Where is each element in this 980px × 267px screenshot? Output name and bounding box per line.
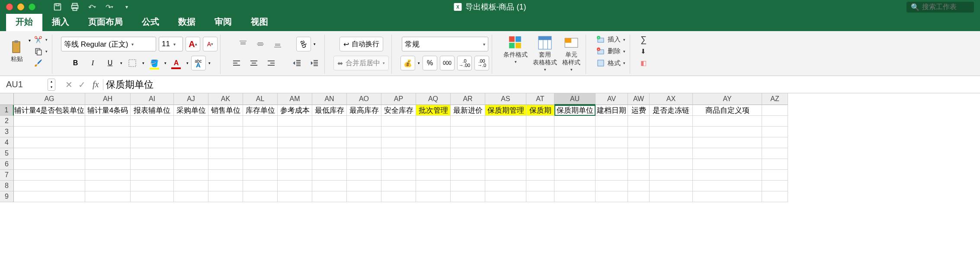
cell-AV9[interactable] — [596, 191, 628, 202]
cell-AI3[interactable] — [131, 127, 174, 137]
search-box[interactable]: 🔍 — [906, 2, 974, 13]
align-right-button[interactable] — [264, 56, 279, 70]
maximize-window-button[interactable] — [29, 3, 35, 10]
name-box[interactable]: AU1 — [0, 79, 48, 89]
font-size-dropdown[interactable]: 11▾ — [159, 37, 183, 51]
column-header-AP[interactable]: AP — [381, 93, 416, 105]
cell-AP3[interactable] — [381, 127, 416, 137]
cell-AV8[interactable] — [596, 181, 628, 191]
cell-AZ4[interactable] — [762, 137, 788, 148]
cell-AS3[interactable] — [485, 127, 526, 137]
cell-AS6[interactable] — [485, 159, 526, 170]
print-icon[interactable] — [70, 2, 80, 12]
cell-AJ9[interactable] — [174, 191, 208, 202]
fill-button[interactable]: ⬇ — [639, 46, 648, 56]
format-table-button[interactable]: 套用 表格格式▾ — [530, 35, 560, 73]
font-color-button[interactable]: A — [169, 56, 184, 70]
decrease-indent-button[interactable] — [290, 56, 304, 70]
cell-AS1[interactable]: 保质期管理 — [485, 105, 526, 116]
paste-dropdown-caret[interactable]: ▾ — [29, 38, 31, 43]
cell-AG7[interactable] — [14, 170, 85, 181]
cell-AV3[interactable] — [596, 127, 628, 137]
tab-视图[interactable]: 视图 — [241, 13, 278, 31]
tab-审阅[interactable]: 审阅 — [205, 13, 241, 31]
row-header-5[interactable]: 5 — [0, 148, 14, 159]
tab-页面布局[interactable]: 页面布局 — [79, 13, 132, 31]
autosum-button[interactable]: ∑ — [639, 35, 648, 44]
phonetic-button[interactable]: abcA — [191, 56, 206, 70]
cell-AX6[interactable] — [650, 159, 693, 170]
align-top-button[interactable] — [236, 37, 250, 51]
column-header-AT[interactable]: AT — [526, 93, 554, 105]
format-cells-button[interactable]: 格式▾ — [595, 58, 627, 68]
cell-AG3[interactable] — [14, 127, 85, 137]
row-header-2[interactable]: 2 — [0, 116, 14, 127]
cell-AI8[interactable] — [131, 181, 174, 191]
number-format-dropdown[interactable]: 常规▾ — [402, 37, 488, 51]
cell-AW6[interactable] — [628, 159, 650, 170]
column-header-AG[interactable]: AG — [14, 93, 85, 105]
cell-AR5[interactable] — [451, 148, 485, 159]
cell-AN6[interactable] — [312, 159, 347, 170]
cell-AX7[interactable] — [650, 170, 693, 181]
cell-AS4[interactable] — [485, 137, 526, 148]
format-painter-button[interactable]: 🖌️ — [32, 58, 49, 68]
cancel-icon[interactable]: ✕ — [62, 79, 75, 90]
cell-AM1[interactable]: 参考成本 — [278, 105, 312, 116]
cell-AU3[interactable] — [554, 127, 596, 137]
cell-AK2[interactable] — [208, 116, 243, 127]
cell-AU2[interactable] — [554, 116, 596, 127]
cell-AG4[interactable] — [14, 137, 85, 148]
delete-cells-button[interactable]: ×删除▾ — [595, 46, 627, 56]
underline-caret[interactable]: ▾ — [120, 61, 122, 65]
cell-AM7[interactable] — [278, 170, 312, 181]
cell-AP1[interactable]: 安全库存 — [381, 105, 416, 116]
column-header-AN[interactable]: AN — [312, 93, 347, 105]
cell-AP5[interactable] — [381, 148, 416, 159]
cell-AV2[interactable] — [596, 116, 628, 127]
decrease-decimal-button[interactable]: .00→.0 — [474, 56, 489, 70]
cell-AV1[interactable]: 建档日期 — [596, 105, 628, 116]
conditional-format-button[interactable]: 条件格式▾ — [501, 35, 530, 65]
cell-AT2[interactable] — [526, 116, 554, 127]
column-header-AL[interactable]: AL — [243, 93, 278, 105]
cell-AO2[interactable] — [347, 116, 381, 127]
cell-AG2[interactable] — [14, 116, 85, 127]
cell-AG6[interactable] — [14, 159, 85, 170]
bold-button[interactable]: B — [68, 56, 83, 70]
column-header-AW[interactable]: AW — [628, 93, 650, 105]
align-middle-button[interactable] — [253, 37, 268, 51]
cell-AU7[interactable] — [554, 170, 596, 181]
cell-AM9[interactable] — [278, 191, 312, 202]
cell-AU4[interactable] — [554, 137, 596, 148]
cut-button[interactable]: ✂️▾ — [32, 35, 49, 44]
cell-AV5[interactable] — [596, 148, 628, 159]
tab-开始[interactable]: 开始 — [6, 13, 42, 31]
minimize-window-button[interactable] — [17, 3, 24, 10]
cell-AR3[interactable] — [451, 127, 485, 137]
cell-AU5[interactable] — [554, 148, 596, 159]
cell-AK4[interactable] — [208, 137, 243, 148]
cell-AY8[interactable] — [693, 181, 762, 191]
cell-AH8[interactable] — [85, 181, 131, 191]
cell-AR9[interactable] — [451, 191, 485, 202]
cell-AT5[interactable] — [526, 148, 554, 159]
decrease-font-button[interactable]: A▾ — [203, 37, 218, 51]
cell-AM8[interactable] — [278, 181, 312, 191]
cell-AG5[interactable] — [14, 148, 85, 159]
cell-AI7[interactable] — [131, 170, 174, 181]
merge-center-button[interactable]: ⬌合并后居中▾ — [333, 56, 389, 70]
cell-AO3[interactable] — [347, 127, 381, 137]
cell-AM5[interactable] — [278, 148, 312, 159]
formula-input[interactable]: 保质期单位 — [103, 78, 980, 91]
cell-AZ2[interactable] — [762, 116, 788, 127]
cell-AI2[interactable] — [131, 116, 174, 127]
cell-AT4[interactable] — [526, 137, 554, 148]
border-button[interactable] — [125, 56, 140, 70]
cell-AH6[interactable] — [85, 159, 131, 170]
cell-AL4[interactable] — [243, 137, 278, 148]
column-header-AV[interactable]: AV — [596, 93, 628, 105]
column-header-AJ[interactable]: AJ — [174, 93, 208, 105]
cell-AX1[interactable]: 是否走冻链 — [650, 105, 693, 116]
orientation-button[interactable]: ab — [296, 37, 311, 51]
